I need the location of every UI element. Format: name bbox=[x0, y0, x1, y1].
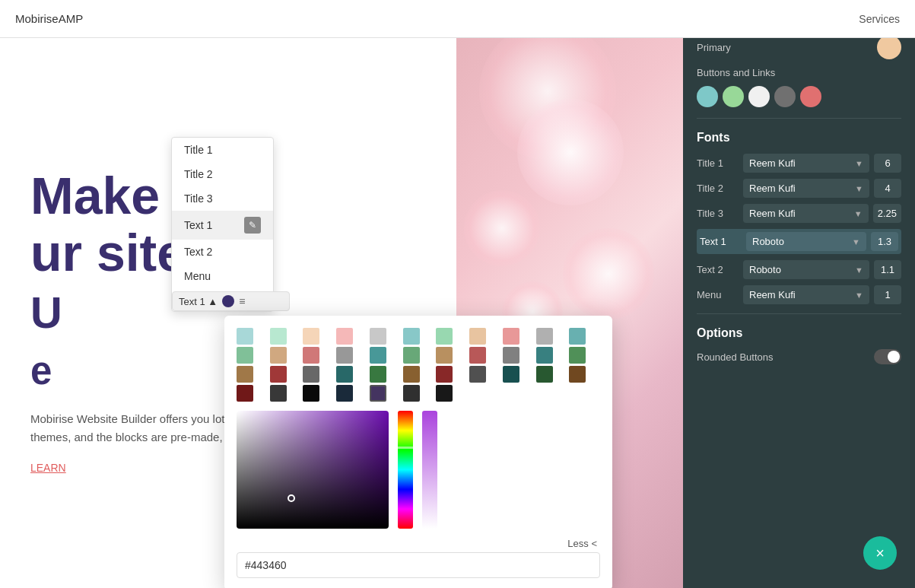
swatch[interactable] bbox=[436, 328, 453, 345]
swatch[interactable] bbox=[536, 366, 553, 383]
swatch[interactable] bbox=[370, 347, 386, 364]
font-size-text2[interactable]: 1.1 bbox=[874, 260, 901, 279]
font-select-title2[interactable]: Reem Kufi ▼ bbox=[743, 179, 869, 198]
color-options bbox=[697, 86, 901, 107]
swatch[interactable] bbox=[270, 347, 287, 364]
swatch[interactable] bbox=[436, 385, 453, 402]
color-swatches bbox=[237, 328, 600, 402]
learn-more-link[interactable]: LEARN bbox=[30, 462, 66, 474]
font-size-menu[interactable]: 1 bbox=[874, 285, 901, 304]
swatch[interactable] bbox=[336, 366, 353, 383]
swatch[interactable] bbox=[237, 328, 253, 345]
swatch[interactable] bbox=[569, 328, 586, 345]
swatch[interactable] bbox=[370, 366, 386, 383]
color-option-2[interactable] bbox=[723, 86, 744, 107]
swatch[interactable] bbox=[469, 328, 486, 345]
swatch[interactable] bbox=[237, 366, 253, 383]
dropdown-item-text2[interactable]: Text 2 bbox=[172, 240, 273, 264]
color-option-3[interactable] bbox=[748, 86, 770, 107]
buttons-links-label: Buttons and Links bbox=[697, 67, 775, 78]
swatch[interactable] bbox=[370, 328, 386, 345]
text-toolbar: Text 1 ▲ ≡ bbox=[172, 291, 290, 311]
swatch-selected[interactable] bbox=[370, 385, 386, 402]
font-size-title1[interactable]: 6 bbox=[874, 154, 901, 173]
font-row-menu: Menu Reem Kufi ▼ 1 bbox=[697, 285, 901, 304]
color-option-1[interactable] bbox=[697, 86, 718, 107]
buttons-links-row: Buttons and Links bbox=[697, 67, 901, 78]
swatch[interactable] bbox=[303, 347, 319, 364]
edit-icon[interactable]: ✎ bbox=[244, 217, 261, 234]
fonts-section: Fonts Title 1 Reem Kufi ▼ 6 Title 2 Reem… bbox=[697, 131, 901, 304]
dropdown-item-menu[interactable]: Menu bbox=[172, 264, 273, 288]
hue-indicator bbox=[398, 447, 413, 449]
font-label-title1: Title 1 bbox=[697, 157, 739, 169]
swatch[interactable] bbox=[436, 347, 453, 364]
swatch[interactable] bbox=[469, 366, 486, 383]
swatch[interactable] bbox=[569, 366, 586, 383]
font-select-menu[interactable]: Reem Kufi ▼ bbox=[743, 285, 869, 304]
rounded-buttons-toggle[interactable] bbox=[874, 349, 901, 364]
swatch[interactable] bbox=[403, 366, 420, 383]
primary-row: Primary bbox=[697, 35, 901, 59]
color-picker-panel: Less < bbox=[224, 316, 612, 588]
font-row-title3: Title 3 Reem Kufi ▼ 2.25 bbox=[697, 204, 901, 223]
divider2 bbox=[697, 313, 901, 314]
swatch[interactable] bbox=[469, 347, 486, 364]
dropdown-item-title1[interactable]: Title 1 bbox=[172, 138, 273, 162]
dropdown-item-text1[interactable]: Text 1 ✎ bbox=[172, 211, 273, 240]
swatch[interactable] bbox=[303, 328, 319, 345]
less-button[interactable]: Less < bbox=[237, 538, 600, 549]
font-row-text1: Text 1 Roboto ▼ 1.3 bbox=[697, 229, 901, 254]
swatch[interactable] bbox=[503, 366, 519, 383]
dropdown-item-title3[interactable]: Title 3 bbox=[172, 186, 273, 211]
font-label-text1: Text 1 bbox=[700, 236, 742, 247]
font-label-menu: Menu bbox=[697, 289, 739, 300]
nav-link-services[interactable]: Services bbox=[859, 13, 900, 25]
primary-color-circle[interactable] bbox=[877, 35, 901, 59]
swatch[interactable] bbox=[303, 385, 319, 402]
align-icon[interactable]: ≡ bbox=[239, 295, 245, 307]
font-row-text2: Text 2 Roboto ▼ 1.1 bbox=[697, 260, 901, 279]
top-nav: MobiriseAMP Services bbox=[0, 0, 915, 38]
swatch[interactable] bbox=[536, 347, 553, 364]
swatch[interactable] bbox=[403, 347, 420, 364]
color-option-4[interactable] bbox=[774, 86, 796, 107]
close-button[interactable]: × bbox=[863, 536, 897, 570]
font-size-title3[interactable]: 2.25 bbox=[873, 204, 901, 223]
text-toolbar-label: Text 1 ▲ bbox=[179, 296, 218, 307]
alpha-strip[interactable] bbox=[422, 411, 437, 529]
font-select-title3[interactable]: Reem Kufi ▼ bbox=[743, 204, 869, 223]
swatch[interactable] bbox=[503, 347, 519, 364]
swatch[interactable] bbox=[336, 328, 353, 345]
color-option-5[interactable] bbox=[800, 86, 821, 107]
swatch[interactable] bbox=[503, 328, 519, 345]
font-select-text1[interactable]: Roboto ▼ bbox=[746, 232, 866, 251]
swatch[interactable] bbox=[237, 385, 253, 402]
toggle-thumb bbox=[888, 351, 900, 363]
gradient-box[interactable] bbox=[237, 411, 389, 529]
nav-links: Services bbox=[859, 13, 900, 25]
swatch[interactable] bbox=[336, 385, 353, 402]
hue-strip[interactable] bbox=[398, 411, 413, 529]
font-label-title3: Title 3 bbox=[697, 208, 739, 219]
font-size-title2[interactable]: 4 bbox=[874, 179, 901, 198]
swatch[interactable] bbox=[436, 366, 453, 383]
swatch[interactable] bbox=[270, 328, 287, 345]
swatch[interactable] bbox=[403, 385, 420, 402]
fonts-section-title: Fonts bbox=[697, 131, 901, 145]
hex-input[interactable] bbox=[237, 552, 600, 578]
swatch[interactable] bbox=[569, 347, 586, 364]
swatch[interactable] bbox=[403, 328, 420, 345]
swatch[interactable] bbox=[270, 366, 287, 383]
dropdown-item-title2[interactable]: Title 2 bbox=[172, 162, 273, 186]
swatch[interactable] bbox=[536, 328, 553, 345]
color-dot[interactable] bbox=[222, 295, 234, 307]
font-size-text1[interactable]: 1.3 bbox=[871, 232, 898, 251]
font-select-text2[interactable]: Roboto ▼ bbox=[743, 260, 869, 279]
swatch[interactable] bbox=[336, 347, 353, 364]
nav-logo: MobiriseAMP bbox=[15, 12, 83, 25]
font-select-title1[interactable]: Reem Kufi ▼ bbox=[743, 154, 869, 173]
swatch[interactable] bbox=[237, 347, 253, 364]
swatch[interactable] bbox=[303, 366, 319, 383]
swatch[interactable] bbox=[270, 385, 287, 402]
